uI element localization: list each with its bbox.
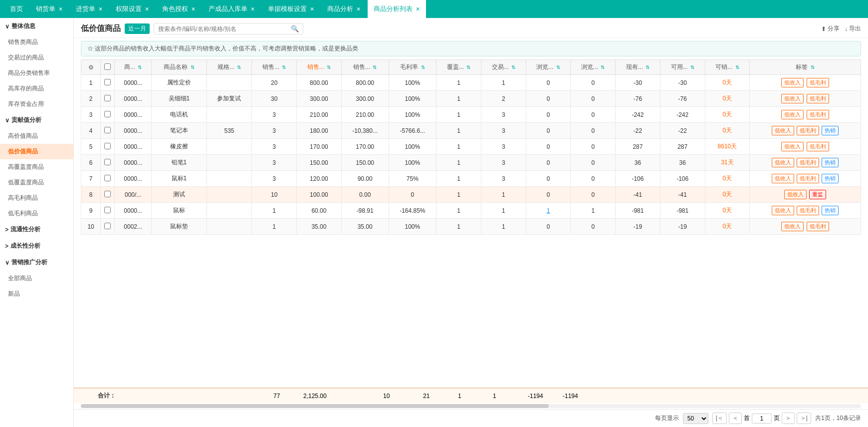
sidebar-item-high-margin[interactable]: 高毛利商品	[0, 190, 73, 206]
col-views1[interactable]: 浏览... ⇅	[526, 60, 571, 75]
sales-profit: -10,380...	[341, 123, 389, 139]
sidebar-item-new-products[interactable]: 新品	[0, 286, 73, 302]
sidebar-group-growth[interactable]: > 成长性分析	[0, 238, 73, 254]
sidebar-item-high-coverage[interactable]: 高覆盖度商品	[0, 159, 73, 175]
row-checkbox[interactable]	[104, 175, 111, 181]
current-stock: -19	[616, 219, 660, 235]
nav-sales[interactable]: 销货单 ✕	[30, 0, 69, 18]
sidebar-item-sales-products[interactable]: 销售类商品	[0, 34, 73, 50]
col-views2[interactable]: 浏览... ⇅	[571, 60, 616, 75]
col-name[interactable]: 商品名称 ⇅	[152, 60, 207, 75]
col-spec[interactable]: 规格... ⇅	[207, 60, 252, 75]
col-checkbox[interactable]	[101, 60, 115, 75]
row-checkbox[interactable]	[104, 159, 111, 165]
tag-cell: 低收入 低毛利 热销	[750, 171, 861, 187]
row-checkbox[interactable]	[104, 223, 111, 229]
prev-page-button[interactable]: ＜	[729, 413, 742, 424]
horizontal-scrollbar[interactable]	[81, 404, 861, 408]
nav-product-in[interactable]: 产成品入库单 ✕	[203, 0, 261, 18]
days-label: 0天	[705, 187, 750, 203]
row-checkbox-cell[interactable]	[101, 107, 115, 123]
nav-template[interactable]: 单据模板设置 ✕	[262, 0, 320, 18]
footer-col6: 2,125.00	[303, 393, 343, 400]
col-available[interactable]: 可用... ⇅	[660, 60, 705, 75]
nav-purchase[interactable]: 进货单 ✕	[70, 0, 109, 18]
nav-home[interactable]: 首页	[4, 0, 29, 18]
next-page-button[interactable]: ＞	[782, 413, 795, 424]
sidebar-item-low-value[interactable]: 低价值商品	[0, 144, 73, 159]
col-current-stock[interactable]: 现有... ⇅	[616, 60, 660, 75]
last-page-button[interactable]: ＞|	[797, 413, 811, 424]
row-checkbox-cell[interactable]	[101, 75, 115, 91]
sidebar-item-category-sales[interactable]: 商品分类销售率	[0, 65, 73, 81]
nav-product-analysis[interactable]: 商品分析 ✕	[321, 0, 367, 18]
search-icon[interactable]: 🔍	[291, 25, 299, 32]
sidebar-item-high-stock[interactable]: 高库存的商品	[0, 81, 73, 96]
sidebar-group-marketing[interactable]: ∨ 营销推广分析	[0, 254, 73, 271]
tag-label: 低毛利	[807, 222, 829, 231]
close-icon[interactable]: ✕	[416, 6, 420, 12]
row-checkbox-cell[interactable]	[101, 123, 115, 139]
coverage: 1	[436, 171, 481, 187]
sidebar-item-low-coverage[interactable]: 低覆盖度商品	[0, 175, 73, 190]
col-trade[interactable]: 交易... ⇅	[481, 60, 526, 75]
page-number-input[interactable]	[752, 414, 772, 424]
row-checkbox-cell[interactable]	[101, 203, 115, 219]
close-icon[interactable]: ✕	[250, 6, 255, 12]
row-checkbox-cell[interactable]	[101, 171, 115, 187]
close-icon[interactable]: ✕	[310, 6, 314, 12]
sidebar-item-low-margin[interactable]: 低毛利商品	[0, 206, 73, 221]
col-sales2[interactable]: 销售... ⇅	[297, 60, 342, 75]
sidebar-item-high-value[interactable]: 高价值商品	[0, 128, 73, 144]
tag-label: 低毛利	[797, 158, 819, 167]
product-code: 0000...	[115, 75, 152, 91]
close-icon[interactable]: ✕	[98, 6, 103, 12]
table-row: 10 0002... 鼠标垫 1 35.00 35.00 100% 1 1 0 …	[81, 219, 861, 235]
col-tags[interactable]: 标签 ⇅	[750, 60, 861, 75]
nav-permission[interactable]: 权限设置 ✕	[110, 0, 155, 18]
col-code[interactable]: 商... ⇅	[115, 60, 152, 75]
select-all-checkbox[interactable]	[104, 63, 111, 70]
col-margin[interactable]: 毛利率 ⇅	[389, 60, 436, 75]
nav-product-analysis-list[interactable]: 商品分析列表 ✕	[368, 0, 426, 18]
row-number: 7	[81, 171, 101, 187]
share-button[interactable]: ⬆ 分享	[821, 24, 840, 33]
row-checkbox-cell[interactable]	[101, 139, 115, 155]
row-checkbox[interactable]	[104, 79, 111, 85]
col-settings[interactable]: ⚙	[81, 60, 101, 75]
settings-icon[interactable]: ⚙	[88, 64, 94, 71]
export-button[interactable]: ↓ 导出	[845, 24, 861, 33]
close-icon[interactable]: ✕	[191, 6, 196, 12]
row-checkbox-cell[interactable]	[101, 91, 115, 107]
coverage: 1	[436, 123, 481, 139]
row-checkbox[interactable]	[104, 143, 111, 149]
scroll-thumb[interactable]	[81, 404, 549, 408]
row-checkbox-cell[interactable]	[101, 155, 115, 171]
row-checkbox[interactable]	[104, 127, 111, 133]
row-checkbox[interactable]	[104, 191, 111, 197]
col-sales1[interactable]: 销售... ⇅	[252, 60, 297, 75]
close-icon[interactable]: ✕	[356, 6, 361, 12]
col-sales3[interactable]: 销售... ⇅	[341, 60, 389, 75]
close-icon[interactable]: ✕	[58, 6, 63, 12]
sidebar-group-overview[interactable]: ∨ 整体信息	[0, 18, 73, 34]
sidebar-item-all-products[interactable]: 全部商品	[0, 271, 73, 286]
row-checkbox[interactable]	[104, 207, 111, 213]
time-badge[interactable]: 近一月	[125, 23, 150, 34]
row-checkbox-cell[interactable]	[101, 219, 115, 235]
row-checkbox-cell[interactable]	[101, 187, 115, 203]
sidebar-group-contribution[interactable]: ∨ 贡献值分析	[0, 112, 73, 128]
col-coverage[interactable]: 覆盖... ⇅	[436, 60, 481, 75]
close-icon[interactable]: ✕	[145, 6, 149, 12]
row-checkbox[interactable]	[104, 95, 111, 101]
nav-role[interactable]: 角色授权 ✕	[156, 0, 202, 18]
search-input[interactable]	[158, 25, 289, 32]
views-link[interactable]: 1	[547, 207, 550, 214]
sidebar-group-circulation[interactable]: > 流通性分析	[0, 221, 73, 238]
sidebar-item-stock-fund[interactable]: 库存资金占用	[0, 96, 73, 112]
row-checkbox[interactable]	[104, 111, 111, 117]
first-page-button[interactable]: |＜	[712, 413, 727, 424]
sidebar-item-traded[interactable]: 交易过的商品	[0, 50, 73, 65]
col-saleable[interactable]: 可销... ⇅	[705, 60, 750, 75]
per-page-select[interactable]: 50 100 200	[683, 413, 708, 424]
